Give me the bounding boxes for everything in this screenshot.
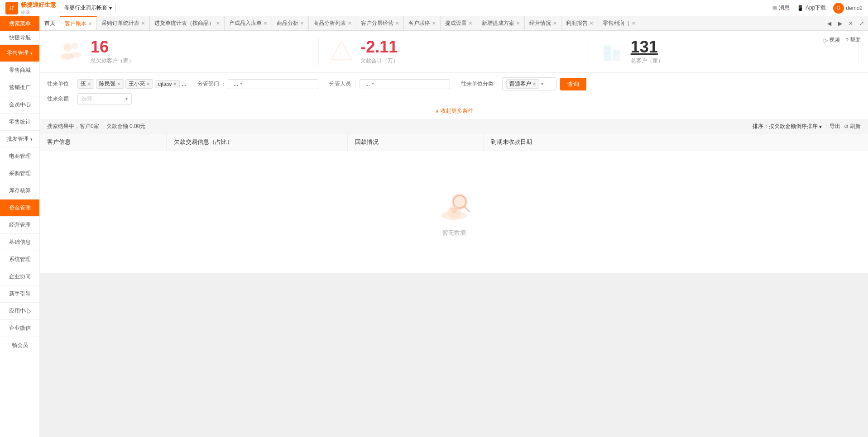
- tab-close-icon-10[interactable]: ✕: [516, 21, 520, 26]
- store-name: 母婴行业演示帐套: [64, 4, 107, 12]
- sidebar-item-vip[interactable]: 畅会员: [0, 337, 39, 354]
- sidebar-item-wholesale[interactable]: 批发管理 ▾: [0, 131, 39, 148]
- store-selector[interactable]: 母婴行业演示帐套 ▾: [60, 3, 116, 13]
- sidebar-item-retail-mgmt[interactable]: 零售管理 ▾: [0, 45, 39, 62]
- total-customers-value: 16: [91, 39, 134, 55]
- tag-chen-close[interactable]: ✕: [117, 81, 120, 86]
- video-button[interactable]: ▷ 视频: [824, 36, 840, 44]
- tab-operations[interactable]: 经营情况 ✕: [525, 16, 561, 30]
- app-center-label: 应用中心: [9, 308, 31, 314]
- tab-goods-analysis[interactable]: 商品分析 ✕: [272, 16, 309, 30]
- tab-close-icon-4[interactable]: ✕: [264, 21, 267, 26]
- unit-type-close[interactable]: ✕: [532, 81, 536, 86]
- tab-close-icon-7[interactable]: ✕: [395, 21, 399, 26]
- tab-customer-ledger-label: 客户账本: [65, 20, 86, 28]
- sort-select[interactable]: 排序：按欠款金额倒序排序 ▾: [753, 123, 822, 130]
- tab-promo-settings[interactable]: 提成设置 ✕: [441, 16, 477, 30]
- sidebar-item-wechat[interactable]: 企业微信: [0, 320, 39, 337]
- tag-cjttcw-close[interactable]: ✕: [173, 81, 177, 86]
- collapse-button[interactable]: ∧ 收起更多条件: [435, 107, 473, 115]
- help-button[interactable]: ? 帮助: [845, 36, 861, 44]
- dept-label: 分管部门: [197, 80, 219, 88]
- marketing-label: 营销推广: [9, 84, 31, 90]
- tab-close-icon-3[interactable]: ✕: [216, 21, 220, 26]
- tab-close-icon-8[interactable]: ✕: [432, 21, 436, 26]
- tag-wang-close[interactable]: ✕: [146, 81, 150, 86]
- tab-close-icon[interactable]: ✕: [88, 21, 92, 26]
- sidebar-item-retail-mall[interactable]: 零售商城: [0, 62, 39, 79]
- sidebar-item-retail-stats[interactable]: 零售统计: [0, 114, 39, 131]
- sidebar-item-ecommerce[interactable]: 电商管理: [0, 148, 39, 165]
- tab-new-promo[interactable]: 新增提成方案 ✕: [477, 16, 525, 30]
- tab-customer-ledger[interactable]: 客户账本 ✕: [60, 16, 97, 30]
- sidebar-item-basic-info[interactable]: 基础信息: [0, 234, 39, 251]
- basic-info-label: 基础信息: [9, 239, 31, 245]
- tab-maximize-button[interactable]: ⤢: [857, 19, 866, 28]
- tab-home[interactable]: 首页: [40, 16, 60, 30]
- logo-icon: 好: [5, 2, 18, 14]
- tab-home-label: 首页: [44, 19, 55, 27]
- total-customers2-label: 总客户（家）: [631, 57, 663, 65]
- query-button[interactable]: 查询: [560, 78, 586, 90]
- tag-wu-close[interactable]: ✕: [87, 81, 91, 86]
- unit-type-tag-label: 普通客户: [509, 80, 531, 88]
- system-label: 系统管理: [9, 256, 31, 262]
- svg-rect-7: [612, 50, 619, 61]
- person-label: 分管人员: [329, 80, 351, 88]
- unit-type-tag[interactable]: 普通客户 ✕: [506, 79, 539, 89]
- tab-customer-contact[interactable]: 客户联络 ✕: [404, 16, 441, 30]
- tag-cjttcw[interactable]: cjttcw ✕: [155, 80, 180, 88]
- sidebar-item-inventory[interactable]: 库存核算: [0, 182, 39, 200]
- tab-retail-profit[interactable]: 零售利润（ ✕: [598, 16, 640, 30]
- tab-profit-label: 利润报告: [566, 19, 588, 27]
- unit-type-select[interactable]: 普通客户 ✕ ▾: [502, 77, 556, 90]
- tab-close-icon-12[interactable]: ✕: [590, 21, 593, 26]
- dept-select[interactable]: ... ▾: [228, 79, 318, 89]
- tab-goods-stats[interactable]: 进货单统计表（按商品） ✕: [150, 16, 225, 30]
- svg-rect-13: [617, 52, 619, 54]
- export-button[interactable]: ↑ 导出: [825, 123, 840, 130]
- svg-rect-8: [605, 48, 607, 50]
- sidebar-item-system[interactable]: 系统管理: [0, 251, 39, 268]
- sidebar-search[interactable]: 搜索菜单: [0, 16, 39, 31]
- tab-prev-button[interactable]: ◀: [825, 19, 834, 28]
- tab-goods-analysis-list[interactable]: 商品分析列表 ✕: [309, 16, 356, 30]
- sidebar-item-app-center[interactable]: 应用中心: [0, 303, 39, 320]
- result-actions: 排序：按欠款金额倒序排序 ▾ ↑ 导出 ↺ 刷新: [753, 123, 861, 130]
- tab-close-icon-5[interactable]: ✕: [300, 21, 304, 26]
- tab-purchase-order[interactable]: 采购订单统计表 ✕: [97, 16, 150, 30]
- quick-nav[interactable]: 快捷导航: [0, 31, 39, 45]
- sidebar-item-member[interactable]: 会员中心: [0, 96, 39, 114]
- logo-title: 畅捷通好生意: [21, 1, 56, 9]
- balance-select[interactable]: 选择... ▾: [77, 93, 132, 104]
- tab-close-icon-2[interactable]: ✕: [141, 21, 145, 26]
- sidebar-item-finance[interactable]: 资金管理: [0, 200, 39, 217]
- tab-close-icon-9[interactable]: ✕: [469, 21, 472, 26]
- sidebar-item-purchase[interactable]: 采购管理: [0, 165, 39, 182]
- sidebar-item-operation[interactable]: 经营管理: [0, 217, 39, 234]
- tab-production[interactable]: 产成品入库单 ✕: [225, 16, 272, 30]
- tag-wu[interactable]: 伍 ✕: [77, 79, 94, 89]
- search-label: 搜索菜单: [9, 20, 31, 27]
- sidebar-item-marketing[interactable]: 营销推广: [0, 79, 39, 96]
- tab-operations-label: 经营情况: [529, 19, 551, 27]
- person-select[interactable]: ... ▾: [360, 79, 450, 89]
- sidebar-item-guide[interactable]: 新手引导: [0, 285, 39, 303]
- sidebar-item-enterprise[interactable]: 企业协同: [0, 268, 39, 285]
- messages-button[interactable]: ✉ 消息: [772, 4, 790, 12]
- tab-close-icon-13[interactable]: ✕: [632, 21, 635, 26]
- more-tags-button[interactable]: ...: [182, 81, 187, 87]
- tab-close-icon-11[interactable]: ✕: [553, 21, 556, 26]
- tab-customer-segment[interactable]: 客户分层经营 ✕: [356, 16, 404, 30]
- tab-profit-report[interactable]: 利润报告 ✕: [561, 16, 598, 30]
- tab-close-all-button[interactable]: ✕: [846, 19, 855, 28]
- user-menu[interactable]: D demo2: [833, 3, 863, 14]
- tab-next-button[interactable]: ▶: [835, 19, 844, 28]
- tag-chen[interactable]: 陈民强 ✕: [96, 79, 124, 89]
- app-download-button[interactable]: 📱 App下载: [797, 4, 826, 12]
- stat-all-info: 131 总客户（家）: [631, 39, 663, 65]
- tab-close-icon-6[interactable]: ✕: [348, 21, 351, 26]
- tag-wang[interactable]: 王小亮 ✕: [125, 79, 153, 89]
- svg-text:!: !: [339, 51, 341, 60]
- refresh-button[interactable]: ↺ 刷新: [844, 123, 861, 130]
